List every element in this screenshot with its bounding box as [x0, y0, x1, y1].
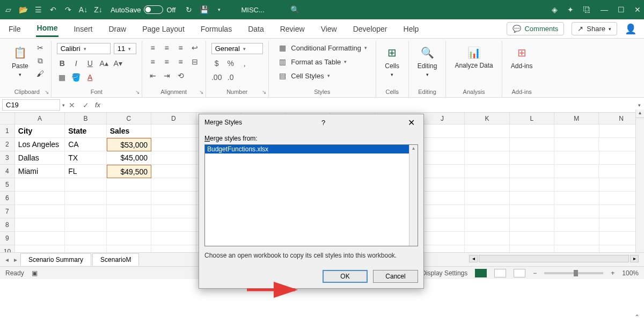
fx-icon[interactable]: fx — [93, 101, 103, 109]
cancel-button[interactable]: Cancel — [373, 270, 418, 283]
cell[interactable] — [510, 178, 554, 192]
save-icon[interactable]: ☰ — [33, 5, 43, 14]
cell[interactable] — [554, 232, 599, 245]
tab-insert[interactable]: Insert — [72, 21, 93, 36]
cell[interactable] — [465, 165, 509, 178]
percent-icon[interactable]: % — [225, 58, 236, 68]
cell[interactable] — [465, 178, 509, 192]
cell[interactable]: CA — [65, 138, 106, 151]
editing-button[interactable]: 🔍Editing▾ — [414, 43, 441, 79]
qat-dropdown-icon[interactable]: ▾ — [214, 5, 224, 14]
increase-font-icon[interactable]: A▴ — [99, 58, 109, 68]
indent-dec-icon[interactable]: ⇤ — [148, 71, 158, 80]
tab-draw[interactable]: Draw — [107, 21, 127, 36]
wrap-text-icon[interactable]: ↩ — [189, 43, 200, 53]
align-right-icon[interactable]: ≡ — [175, 57, 186, 67]
analyze-data-button[interactable]: 📊Analyze Data — [451, 43, 496, 71]
cell[interactable] — [15, 205, 65, 218]
cell[interactable] — [65, 192, 107, 205]
sort-desc-icon[interactable]: Z↓ — [93, 5, 103, 14]
sheet-nav-prev-icon[interactable]: ◂ — [3, 256, 11, 264]
cell[interactable] — [151, 192, 196, 205]
account-icon[interactable]: 👤 — [625, 23, 636, 35]
open-icon[interactable]: 📂 — [18, 5, 28, 14]
new-file-icon[interactable]: ▱ — [3, 5, 13, 14]
sheet-tab[interactable]: Scenario Summary — [20, 253, 91, 266]
cell[interactable] — [420, 138, 465, 151]
cell[interactable] — [107, 192, 151, 205]
cell[interactable] — [510, 138, 554, 151]
alignment-launcher-icon[interactable]: ↘ — [199, 89, 203, 95]
column-header[interactable]: M — [554, 113, 599, 125]
view-page-break-icon[interactable] — [514, 269, 525, 277]
undo-icon[interactable]: ↶ — [48, 5, 58, 14]
cell[interactable] — [465, 125, 509, 138]
decrease-font-icon[interactable]: A▾ — [113, 58, 123, 68]
font-name-select[interactable]: Calibri▾ — [57, 43, 111, 54]
cell[interactable] — [420, 232, 465, 245]
format-as-table-button[interactable]: ▥Format as Table▾ — [277, 57, 367, 67]
cell[interactable] — [107, 218, 151, 232]
tab-home[interactable]: Home — [36, 20, 59, 37]
merge-from-listbox[interactable]: BudgetFunctions.xlsx ▴ — [204, 144, 418, 246]
tab-page-layout[interactable]: Page Layout — [141, 21, 186, 36]
cell[interactable]: City — [15, 125, 65, 138]
autosave-toggle[interactable]: AutoSave Off — [111, 5, 175, 14]
number-launcher-icon[interactable]: ↘ — [262, 89, 266, 95]
comma-icon[interactable]: , — [239, 58, 250, 68]
comments-button[interactable]: 💬 Comments — [507, 22, 564, 35]
decimal-inc-icon[interactable]: .00 — [211, 72, 222, 82]
cell[interactable] — [420, 218, 465, 232]
row-header[interactable]: 8 — [0, 218, 15, 232]
search-icon[interactable]: 🔍 — [290, 5, 299, 14]
diamond-icon[interactable]: ◈ — [552, 5, 558, 14]
merge-icon[interactable]: ⊟ — [189, 57, 200, 67]
cell[interactable] — [510, 192, 554, 205]
row-header[interactable]: 2 — [0, 138, 15, 151]
addins-button[interactable]: ⊞Add-ins — [508, 43, 536, 72]
cell[interactable] — [65, 205, 107, 218]
name-box[interactable]: C19 — [2, 99, 60, 111]
enter-formula-icon[interactable]: ✓ — [79, 101, 93, 109]
font-launcher-icon[interactable]: ↘ — [135, 89, 140, 95]
tab-formulas[interactable]: Formulas — [200, 21, 233, 36]
wand-icon[interactable]: ✦ — [567, 5, 574, 14]
cell[interactable] — [465, 218, 509, 232]
align-left-icon[interactable]: ≡ — [148, 57, 158, 67]
listbox-scrollbar[interactable]: ▴ — [409, 145, 418, 246]
cell[interactable] — [15, 232, 65, 245]
cell[interactable] — [465, 138, 509, 151]
cancel-formula-icon[interactable]: ✕ — [65, 101, 79, 109]
horizontal-scrollbar[interactable]: ◂ ▸ — [469, 255, 639, 262]
cell[interactable] — [107, 205, 151, 218]
cell[interactable] — [15, 178, 65, 192]
cell[interactable]: $53,000 — [107, 138, 151, 151]
row-header[interactable]: 7 — [0, 205, 15, 218]
cell[interactable] — [554, 151, 599, 165]
indent-inc-icon[interactable]: ⇥ — [162, 71, 172, 80]
cell[interactable] — [420, 125, 465, 138]
cell[interactable] — [510, 218, 554, 232]
zoom-out-icon[interactable]: − — [533, 269, 537, 277]
view-normal-icon[interactable] — [475, 269, 487, 277]
orientation-icon[interactable]: ⟲ — [175, 71, 186, 80]
vertical-scrollbar[interactable]: ▴ — [635, 109, 644, 262]
tab-help[interactable]: Help — [402, 21, 420, 36]
maximize-icon[interactable]: ☐ — [618, 5, 625, 14]
row-header[interactable]: 9 — [0, 232, 15, 245]
cell[interactable] — [554, 205, 599, 218]
cell[interactable] — [15, 218, 65, 232]
dialog-close-icon[interactable]: ✕ — [405, 118, 418, 128]
decimal-dec-icon[interactable]: .0 — [225, 72, 236, 82]
conditional-formatting-button[interactable]: ▦Conditional Formatting▾ — [277, 43, 367, 53]
cell[interactable]: TX — [65, 151, 107, 165]
ok-button[interactable]: OK — [323, 270, 368, 283]
scroll-up-icon[interactable]: ▴ — [409, 145, 418, 151]
zoom-in-icon[interactable]: + — [611, 269, 614, 277]
minimize-icon[interactable]: ― — [601, 5, 608, 14]
autosave-pill-icon[interactable] — [144, 5, 163, 14]
align-bottom-icon[interactable]: ≡ — [175, 43, 186, 53]
cell[interactable] — [151, 165, 196, 178]
row-header[interactable]: 5 — [0, 178, 15, 192]
sheet-tab[interactable]: ScenarioM — [92, 253, 139, 266]
